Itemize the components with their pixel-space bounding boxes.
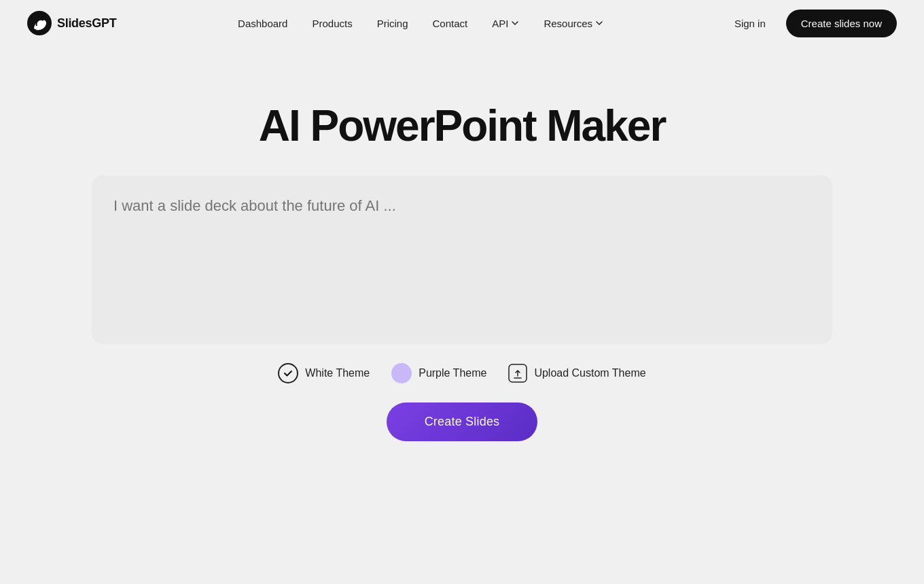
purple-theme-dot xyxy=(391,363,412,383)
nav-products[interactable]: Products xyxy=(302,12,361,35)
nav-resources[interactable]: Resources xyxy=(534,12,613,35)
nav-pricing[interactable]: Pricing xyxy=(368,12,418,35)
nav-dashboard[interactable]: Dashboard xyxy=(228,12,297,35)
upload-theme-label: Upload Custom Theme xyxy=(534,367,645,379)
upload-custom-theme-option[interactable]: Upload Custom Theme xyxy=(508,364,645,383)
create-slides-button[interactable]: Create Slides xyxy=(387,402,538,441)
theme-options: White Theme Purple Theme Upload Custom T… xyxy=(278,363,645,383)
logo-icon xyxy=(27,11,52,35)
purple-theme-option[interactable]: Purple Theme xyxy=(391,363,486,383)
slide-input[interactable] xyxy=(113,194,811,324)
white-theme-label: White Theme xyxy=(305,367,370,379)
purple-theme-label: Purple Theme xyxy=(419,367,486,379)
api-chevron-icon xyxy=(511,19,519,27)
main-nav: Dashboard Products Pricing Contact API R… xyxy=(228,12,613,35)
nav-contact[interactable]: Contact xyxy=(423,12,478,35)
upload-icon xyxy=(508,364,527,383)
create-slides-header-button[interactable]: Create slides now xyxy=(786,10,897,37)
logo-text: SlidesGPT xyxy=(57,16,116,31)
site-header: SlidesGPT Dashboard Products Pricing Con… xyxy=(0,0,924,46)
resources-chevron-icon xyxy=(595,19,603,27)
main-content: AI PowerPoint Maker White Theme Purple T… xyxy=(0,46,924,441)
white-theme-check-icon xyxy=(278,363,298,383)
logo[interactable]: SlidesGPT xyxy=(27,11,116,35)
nav-api[interactable]: API xyxy=(482,12,529,35)
input-container xyxy=(92,175,832,344)
sign-in-link[interactable]: Sign in xyxy=(725,12,775,35)
white-theme-option[interactable]: White Theme xyxy=(278,363,370,383)
header-right: Sign in Create slides now xyxy=(725,10,897,37)
page-title: AI PowerPoint Maker xyxy=(259,101,666,151)
